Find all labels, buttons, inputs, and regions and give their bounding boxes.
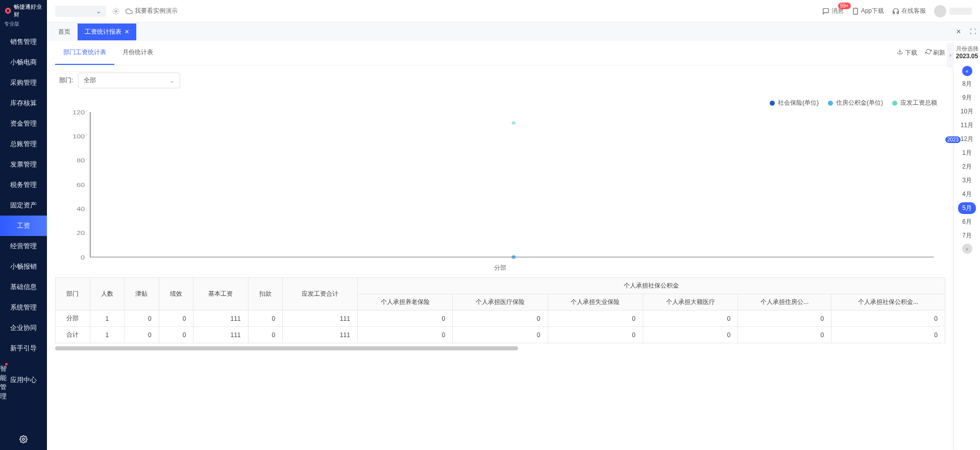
svg-text:80: 80: [77, 157, 85, 164]
company-dropdown[interactable]: ⌄: [55, 6, 106, 17]
month-list: 2023 8月9月10月11月12月1月2月3月4月5月6月7月: [957, 78, 977, 242]
user-avatar[interactable]: [934, 5, 972, 17]
brand-logo-icon: [4, 6, 12, 15]
sidebar-item-9[interactable]: 工资: [0, 216, 47, 236]
month-item-0[interactable]: 8月: [958, 78, 976, 90]
legend-item-3[interactable]: 应发工资总额: [892, 99, 937, 107]
horizontal-scrollbar[interactable]: [55, 346, 945, 352]
svg-point-14: [511, 255, 516, 258]
customer-service-button[interactable]: 在线客服: [892, 7, 926, 15]
legend-item-2[interactable]: 住房公积金(单位): [828, 99, 883, 107]
headset-icon: [892, 8, 899, 15]
close-tabs-button[interactable]: ✕: [951, 25, 966, 39]
stats-table: 部门人数津贴绩效基本工资扣款应发工资合计个人承担社保公积金个人承担养老保险个人承…: [51, 277, 949, 343]
refresh-button[interactable]: 刷新: [925, 49, 945, 57]
month-item-10[interactable]: 6月: [958, 216, 976, 228]
filter-row: 部门: 全部 ⌄: [51, 65, 949, 96]
year-tag: 2023: [945, 136, 961, 143]
sidebar-item-2[interactable]: 采购管理: [0, 73, 47, 93]
sidebar-item-14[interactable]: 企业协同: [0, 318, 47, 338]
download-button[interactable]: 下载: [897, 49, 917, 57]
tabstrip: 首页工资统计报表✕ ✕ ⛶: [47, 22, 980, 41]
dept-filter-label: 部门:: [59, 76, 73, 85]
table-row: 合计1001110111000000: [56, 327, 945, 343]
sidebar-item-0[interactable]: 销售管理: [0, 32, 47, 52]
chart-legend: 社会保险(单位) 住房公积金(单位) 应发工资总额: [63, 96, 937, 109]
dept-select[interactable]: 全部 ⌄: [78, 73, 180, 88]
month-item-6[interactable]: 2月: [958, 161, 976, 173]
table-row: 分部1001110111000000: [56, 311, 945, 327]
svg-text:40: 40: [77, 205, 85, 212]
svg-text:60: 60: [77, 181, 85, 188]
chart-xlabel: 分部: [63, 263, 937, 272]
refresh-icon: [925, 49, 932, 55]
month-item-8[interactable]: 4月: [958, 188, 976, 200]
svg-point-15: [511, 121, 516, 124]
topbar: ⌄ 我要看实例演示 消息 App下载 在线客服: [47, 0, 980, 22]
sidebar-item-6[interactable]: 发票管理: [0, 154, 47, 175]
tab-close-icon[interactable]: ✕: [125, 29, 129, 35]
month-item-7[interactable]: 3月: [958, 175, 976, 186]
tab-1[interactable]: 工资统计报表✕: [78, 23, 136, 40]
phone-icon: [852, 8, 859, 15]
month-item-3[interactable]: 11月: [957, 120, 977, 131]
messages-button[interactable]: 消息: [822, 7, 844, 15]
month-item-5[interactable]: 1月: [958, 147, 976, 159]
month-item-9[interactable]: 5月: [958, 202, 976, 214]
sidebar-item-15[interactable]: 新手引导: [0, 338, 47, 359]
user-name: [949, 8, 972, 15]
sidebar-item-4[interactable]: 资金管理: [0, 113, 47, 134]
svg-text:100: 100: [72, 133, 85, 139]
sidebar-item-1[interactable]: 小畅电商: [0, 52, 47, 73]
chevron-down-icon: ⌄: [169, 77, 175, 84]
month-scroll-up[interactable]: «: [962, 66, 972, 76]
sidebar-item-7[interactable]: 税务管理: [0, 175, 47, 195]
svg-text:0: 0: [81, 254, 85, 260]
month-picker-collapse[interactable]: ›: [947, 43, 954, 67]
settings-icon[interactable]: [0, 430, 47, 450]
month-item-11[interactable]: 7月: [958, 230, 976, 242]
month-item-2[interactable]: 10月: [957, 106, 977, 117]
sidebar-item-16[interactable]: 智能管理: [0, 359, 5, 370]
nav: 销售管理小畅电商采购管理库存核算资金管理总账管理发票管理税务管理固定资产工资经营…: [0, 32, 47, 430]
svg-point-1: [115, 10, 117, 12]
subtabs: 部门工资统计表月份统计表 下载 刷新: [51, 41, 949, 65]
month-picker: › 月份选择 2023.05 « 2023 8月9月10月11月12月1月2月3…: [953, 41, 980, 450]
message-icon: [822, 8, 829, 15]
settings-button[interactable]: [112, 8, 119, 15]
chevron-down-icon: ⌄: [96, 8, 101, 15]
svg-text:20: 20: [77, 230, 85, 236]
svg-text:120: 120: [72, 109, 85, 115]
download-icon: [897, 49, 903, 55]
sidebar: 畅捷通好业财 专业版 销售管理小畅电商采购管理库存核算资金管理总账管理发票管理税…: [0, 0, 47, 450]
sidebar-item-13[interactable]: 系统管理: [0, 297, 47, 318]
sidebar-item-17[interactable]: 应用中心: [0, 370, 47, 390]
sidebar-item-12[interactable]: 基础信息: [0, 277, 47, 297]
tab-0[interactable]: 首页: [51, 23, 78, 40]
sidebar-item-11[interactable]: 小畅报销: [0, 256, 47, 277]
sidebar-item-3[interactable]: 库存核算: [0, 93, 47, 113]
brand-name: 畅捷通好业财: [14, 3, 43, 18]
sidebar-item-8[interactable]: 固定资产: [0, 195, 47, 216]
avatar-image: [934, 5, 946, 17]
subtab-1[interactable]: 月份统计表: [114, 41, 161, 65]
app-download-button[interactable]: App下载: [852, 7, 884, 15]
brand-edition: 专业版: [0, 20, 47, 32]
svg-point-0: [22, 438, 24, 440]
legend-item-1[interactable]: 社会保险(单位): [770, 99, 819, 107]
chart-area: 社会保险(单位) 住房公积金(单位) 应发工资总额 02040608010012…: [51, 96, 949, 277]
month-item-1[interactable]: 9月: [958, 92, 976, 104]
sidebar-item-10[interactable]: 经营管理: [0, 236, 47, 256]
cloud-icon: [126, 8, 133, 15]
month-scroll-down[interactable]: »: [962, 244, 972, 254]
fullscreen-button[interactable]: ⛶: [966, 25, 980, 39]
svg-rect-2: [853, 8, 857, 14]
month-picker-selected: 2023.05: [956, 53, 978, 60]
month-picker-title: 月份选择: [956, 45, 978, 53]
subtab-0[interactable]: 部门工资统计表: [55, 41, 114, 65]
demo-link[interactable]: 我要看实例演示: [126, 7, 178, 15]
brand: 畅捷通好业财: [0, 0, 47, 20]
chart: 020406080100120: [63, 109, 937, 263]
sidebar-item-5[interactable]: 总账管理: [0, 134, 47, 154]
